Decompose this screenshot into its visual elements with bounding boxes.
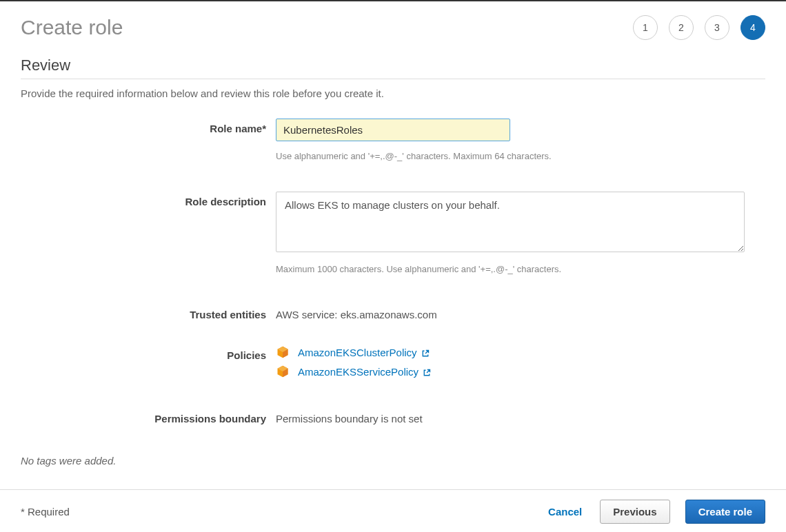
step-3[interactable]: 3 [705,15,729,40]
policy-name: AmazonEKSClusterPolicy [298,347,417,358]
previous-button[interactable]: Previous [600,500,669,524]
footer-bar: * Required Cancel Previous Create role [0,489,786,532]
role-name-input[interactable] [276,119,510,141]
policy-link-cluster[interactable]: AmazonEKSClusterPolicy [298,347,430,358]
role-description-label: Role description [21,192,276,274]
policy-name: AmazonEKSServicePolicy [298,366,419,378]
step-4[interactable]: 4 [740,15,765,40]
tags-note: No tags were added. [21,455,765,467]
step-2[interactable]: 2 [669,15,694,40]
role-name-hint: Use alphanumeric and '+=,.@-_' character… [276,151,752,161]
role-description-hint: Maximum 1000 characters. Use alphanumeri… [276,264,752,274]
policy-link-service[interactable]: AmazonEKSServicePolicy [298,366,431,378]
review-description: Provide the required information below a… [21,88,765,99]
policy-icon [276,345,290,359]
trusted-entities-value: AWS service: eks.amazonaws.com [276,305,752,320]
permissions-boundary-label: Permissions boundary [21,409,276,424]
policy-icon [276,365,290,378]
create-role-button[interactable]: Create role [685,500,765,524]
required-note: * Required [21,506,70,518]
external-link-icon [423,367,431,376]
page-title: Create role [21,16,123,39]
role-name-label: Role name* [21,119,276,161]
policy-item: AmazonEKSClusterPolicy [276,345,752,359]
permissions-boundary-value: Permissions boundary is not set [276,409,752,424]
step-1[interactable]: 1 [633,15,658,40]
external-link-icon [421,348,430,356]
policies-label: Policies [21,345,276,384]
review-heading: Review [21,57,765,79]
cancel-button[interactable]: Cancel [545,500,585,523]
trusted-entities-label: Trusted entities [21,305,276,320]
policy-item: AmazonEKSServicePolicy [276,365,752,378]
wizard-stepper: 1 2 3 4 [633,15,765,40]
role-description-input[interactable]: Allows EKS to manage clusters on your be… [276,192,745,252]
